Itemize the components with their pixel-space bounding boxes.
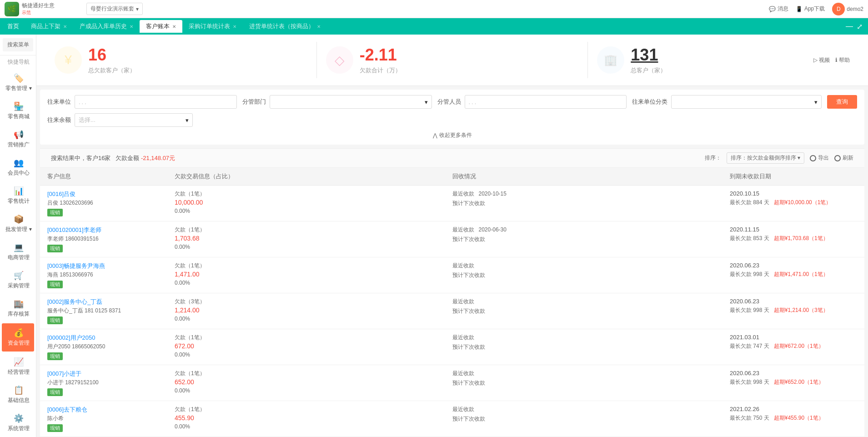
tab-close-icon[interactable]: ✕: [317, 24, 321, 29]
sidebar-item-inventory[interactable]: 🏬 库存核算: [0, 294, 36, 322]
overdue-link-2[interactable]: 超期¥1,471.00（1笔）: [774, 271, 828, 277]
sidebar-item-retail-mgmt[interactable]: 🏷️ 零售管理 ▾: [0, 69, 36, 97]
tab-close-icon[interactable]: ✕: [172, 24, 176, 29]
search-button[interactable]: 查询: [827, 95, 857, 109]
col-header-due-date: 到期未收款日期: [730, 172, 857, 181]
return-info-5: 最近收款 预计下次收款: [452, 370, 730, 387]
overdue-link-6[interactable]: 超期¥455.90（1笔）: [774, 415, 824, 421]
customer-phone-1: 李老师 18600391516: [47, 235, 175, 243]
retail-mgmt-icon: 🏷️: [5, 73, 32, 83]
table-row: [0002]服务中心_丁磊 服务中心_丁磊 181 0125 8371 现销 欠…: [40, 293, 864, 329]
customer-name-4[interactable]: [000002]用户2050: [47, 334, 175, 342]
sidebar-item-retail-stats[interactable]: 📊 零售统计: [0, 181, 36, 210]
tab-customer-account[interactable]: 客户账本 ✕: [140, 20, 182, 33]
customer-name-3[interactable]: [0002]服务中心_丁磊: [47, 298, 175, 306]
result-info: 搜索结果中，客户16家 欠款金额 -21,148.07元: [51, 154, 175, 162]
overdue-link-1[interactable]: 超期¥1,703.68（1笔）: [774, 235, 828, 241]
ecommerce-icon: 💻: [5, 242, 32, 252]
logo-area: 🌿 畅捷通好生意 示范: [5, 2, 86, 16]
sidebar-item-batch-mgmt[interactable]: 📦 批发管理 ▾: [0, 210, 36, 238]
sidebar-search-btn[interactable]: 搜索菜单: [3, 38, 33, 51]
customer-name-5[interactable]: [0007]小进于: [47, 370, 175, 378]
operations-icon: 📈: [5, 357, 32, 367]
customer-name-2[interactable]: [0003]畅捷服务尹海燕: [47, 262, 175, 270]
app-subtitle: 示范: [22, 10, 55, 16]
sidebar-item-quick-nav: 快捷导航: [0, 55, 36, 69]
overdue-link-0[interactable]: 超期¥10,000.00（1笔）: [774, 199, 832, 206]
finance-icon: 💰: [7, 328, 30, 338]
sidebar-item-basic-info[interactable]: 📋 基础信息: [0, 381, 36, 409]
sidebar-item-system[interactable]: ⚙️ 系统管理: [0, 409, 36, 437]
result-actions: 排序： 排序：按欠款金额倒序排序 ▾ 导出 刷新: [705, 152, 853, 164]
tab-production-history[interactable]: 产成品入库单历史 ✕: [73, 20, 140, 33]
filter-row-1: 往来单位 ... 分管部门 ▾ 分管人员: [47, 95, 857, 109]
due-date-info-4: 2021.03.01 最长欠款 747 天 超期¥672.00（1笔）: [730, 334, 857, 350]
app-name: 畅捷通好生意: [22, 2, 55, 10]
owed-customers-icon: ¥: [55, 46, 82, 74]
total-customers-value: 131: [631, 45, 666, 65]
filter-source-unit: 往来单位 ...: [47, 95, 237, 109]
customer-name-0[interactable]: [0016]吕俊: [47, 190, 175, 198]
unit-category-select[interactable]: ▾: [671, 95, 822, 109]
org-selector[interactable]: 母婴行业演示账套 ▾: [86, 3, 143, 15]
help-btn[interactable]: ℹ 帮助: [835, 56, 850, 64]
customer-tag-2: 现销: [47, 281, 63, 288]
debt-info-0: 欠款（1笔） 10,000.00 0.00%: [175, 190, 452, 214]
return-info-4: 最近收款 预计下次收款: [452, 334, 730, 351]
download-icon: 📱: [796, 6, 803, 12]
dept-label: 分管部门: [242, 98, 266, 106]
sidebar-item-retail-mall[interactable]: 🏪 零售商城: [0, 97, 36, 125]
manager-input[interactable]: ...: [465, 95, 627, 109]
messages-btn[interactable]: 💬 消息: [769, 5, 788, 13]
tab-products-off[interactable]: 商品上下架 ✕: [25, 20, 73, 33]
debt-info-2: 欠款（1笔） 1,471.00 0.00%: [175, 262, 452, 286]
customer-info-3: [0002]服务中心_丁磊 服务中心_丁磊 181 0125 8371 现销: [47, 298, 175, 324]
table-row: [000002]用户2050 用户2050 18665062050 现销 欠款（…: [40, 329, 864, 365]
sidebar-item-marketing[interactable]: 📢 营销推广: [0, 125, 36, 153]
table-row: [0016]吕俊 吕俊 13026203696 现销 欠款（1笔） 10,000…: [40, 186, 864, 221]
sidebar-item-ecommerce[interactable]: 💻 电商管理: [0, 238, 36, 266]
sidebar-item-members[interactable]: 👥 会员中心: [0, 153, 36, 181]
tab-minimize-icon[interactable]: —: [846, 22, 853, 31]
stat-card-owed-amount: ◇ -2.11 欠款合计（万）: [317, 42, 588, 78]
tab-expand-icon[interactable]: ⤢: [857, 22, 863, 31]
balance-select[interactable]: 选择... ▾: [75, 113, 193, 127]
app-download-btn[interactable]: 📱 App下载: [796, 5, 825, 13]
dept-select[interactable]: ▾: [270, 95, 432, 109]
col-header-customer: 客户信息: [47, 172, 175, 181]
tab-close-icon[interactable]: ✕: [130, 24, 133, 29]
source-unit-input[interactable]: ...: [75, 95, 237, 109]
table-row: [0007]小进于 小进于 18279152100 现销 欠款（1笔） 652.…: [40, 365, 864, 401]
refresh-btn[interactable]: 刷新: [834, 154, 853, 162]
export-btn[interactable]: 导出: [810, 154, 829, 162]
tab-close-icon[interactable]: ✕: [233, 24, 236, 29]
sidebar-item-operations[interactable]: 📈 经营管理: [0, 352, 36, 381]
sidebar-item-purchase-mgmt[interactable]: 🛒 采购管理: [0, 266, 36, 294]
video-btn[interactable]: ▷ 视频: [813, 56, 830, 64]
top-bar-right: 💬 消息 📱 App下载 D demo2: [769, 3, 863, 15]
customer-name-1[interactable]: [0001020001]李老师: [47, 226, 175, 234]
customer-tag-4: 现销: [47, 352, 63, 360]
tab-inventory-stats[interactable]: 进货单统计表（按商品） ✕: [243, 20, 327, 33]
collapse-btn[interactable]: ⋀ 收起更多条件: [433, 131, 472, 139]
sort-select[interactable]: 排序：按欠款金额倒序排序 ▾: [727, 152, 804, 164]
message-icon: 💬: [769, 6, 776, 12]
customer-phone-6: 陈小希: [47, 415, 175, 422]
overdue-link-4[interactable]: 超期¥672.00（1笔）: [774, 343, 824, 349]
inventory-icon: 🏬: [5, 299, 32, 309]
overdue-link-5[interactable]: 超期¥652.00（1笔）: [774, 379, 824, 385]
tab-home[interactable]: 首页: [2, 22, 25, 30]
debt-info-3: 欠款（3笔） 1,214.00 0.00%: [175, 298, 452, 322]
overdue-link-3[interactable]: 超期¥1,214.00（3笔）: [774, 307, 828, 313]
customer-phone-2: 海燕 18513066976: [47, 271, 175, 279]
app-logo: 🌿: [5, 2, 19, 16]
due-date-info-5: 2020.06.23 最长欠款 998 天 超期¥652.00（1笔）: [730, 370, 857, 386]
tab-bar-actions: — ⤢: [846, 22, 866, 31]
return-info-2: 最近收款 预计下次收款: [452, 262, 730, 279]
customer-name-6[interactable]: [0006]去下粮仓: [47, 406, 175, 414]
sidebar-item-finance[interactable]: 💰 资金管理: [2, 323, 34, 352]
tab-purchase-order[interactable]: 采购订单统计表 ✕: [182, 20, 243, 33]
user-profile-btn[interactable]: D demo2: [832, 3, 863, 15]
unit-category-arrow-icon: ▾: [814, 99, 818, 105]
tab-close-icon[interactable]: ✕: [63, 24, 67, 29]
